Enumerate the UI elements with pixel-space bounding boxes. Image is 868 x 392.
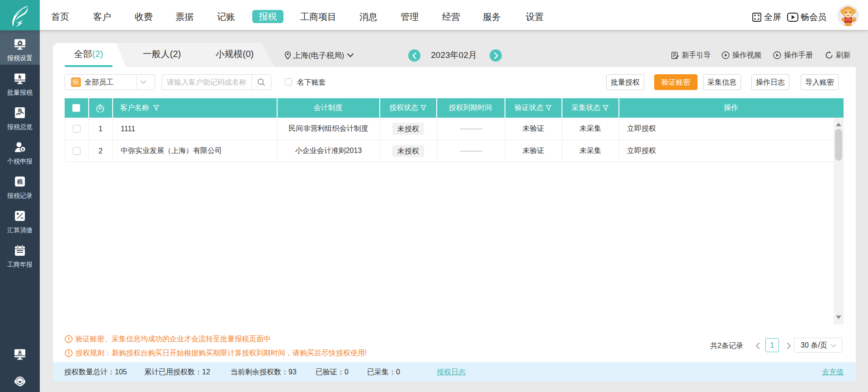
svg-text:财务网: 财务网: [845, 18, 851, 21]
svg-text:¥: ¥: [22, 147, 24, 152]
svg-text:税: 税: [17, 178, 24, 185]
